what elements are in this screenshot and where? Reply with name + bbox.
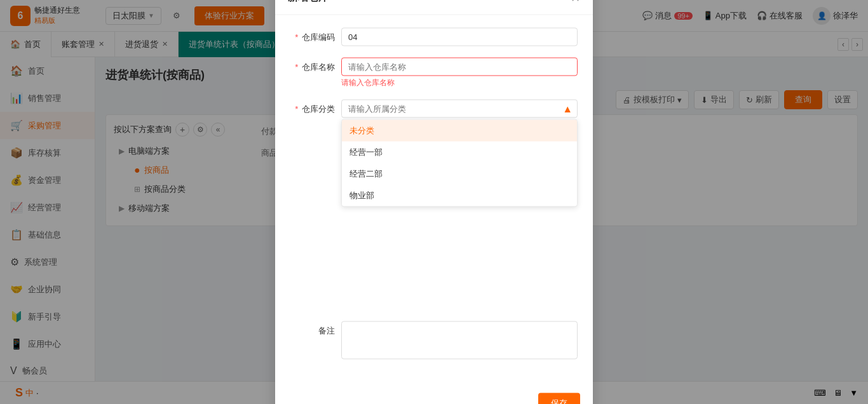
modal-header: 新增仓库 ✕ bbox=[275, 0, 593, 15]
required-mark-name: * bbox=[295, 62, 298, 72]
new-warehouse-modal: 新增仓库 ✕ * 仓库编码 * 仓库名称 请输入仓库名称 bbox=[275, 0, 593, 404]
form-row-notes: 备注 bbox=[290, 321, 578, 361]
code-label: * 仓库编码 bbox=[290, 28, 341, 43]
category-label: * 仓库分类 bbox=[290, 100, 341, 115]
modal-title: 新增仓库 bbox=[288, 0, 329, 4]
dropdown-item-uncategorized[interactable]: 未分类 bbox=[342, 120, 577, 142]
save-button[interactable]: 保存 bbox=[538, 393, 580, 405]
notes-label: 备注 bbox=[290, 321, 341, 337]
notes-control bbox=[341, 321, 578, 361]
form-row-category: * 仓库分类 ▲ 未分类 经营一部 经营二部 物业部 bbox=[290, 100, 578, 207]
category-input-wrapper: ▲ bbox=[341, 100, 578, 118]
name-control: 请输入仓库名称 bbox=[341, 58, 578, 88]
required-mark-category: * bbox=[295, 104, 298, 114]
category-input[interactable] bbox=[341, 100, 578, 118]
name-error-message: 请输入仓库名称 bbox=[341, 77, 578, 88]
warehouse-name-input[interactable] bbox=[341, 58, 578, 76]
code-control bbox=[341, 28, 578, 46]
category-control: ▲ 未分类 经营一部 经营二部 物业部 bbox=[341, 100, 578, 207]
name-label: * 仓库名称 bbox=[290, 58, 341, 73]
modal-footer: 保存 bbox=[275, 386, 593, 405]
dropdown-item-dept3[interactable]: 物业部 bbox=[342, 185, 577, 206]
dropdown-item-dept1[interactable]: 经营一部 bbox=[342, 142, 577, 163]
modal-body: * 仓库编码 * 仓库名称 请输入仓库名称 * 仓库分类 bbox=[275, 15, 593, 386]
category-dropdown: 未分类 经营一部 经营二部 物业部 bbox=[341, 119, 578, 207]
form-row-name: * 仓库名称 请输入仓库名称 bbox=[290, 58, 578, 88]
chevron-up-icon[interactable]: ▲ bbox=[562, 103, 573, 114]
notes-textarea[interactable] bbox=[341, 321, 578, 360]
required-mark-code: * bbox=[295, 32, 298, 42]
dropdown-item-dept2[interactable]: 经营二部 bbox=[342, 163, 577, 185]
form-row-code: * 仓库编码 bbox=[290, 28, 578, 46]
warehouse-code-input[interactable] bbox=[341, 28, 578, 46]
modal-close-button[interactable]: ✕ bbox=[571, 0, 580, 3]
